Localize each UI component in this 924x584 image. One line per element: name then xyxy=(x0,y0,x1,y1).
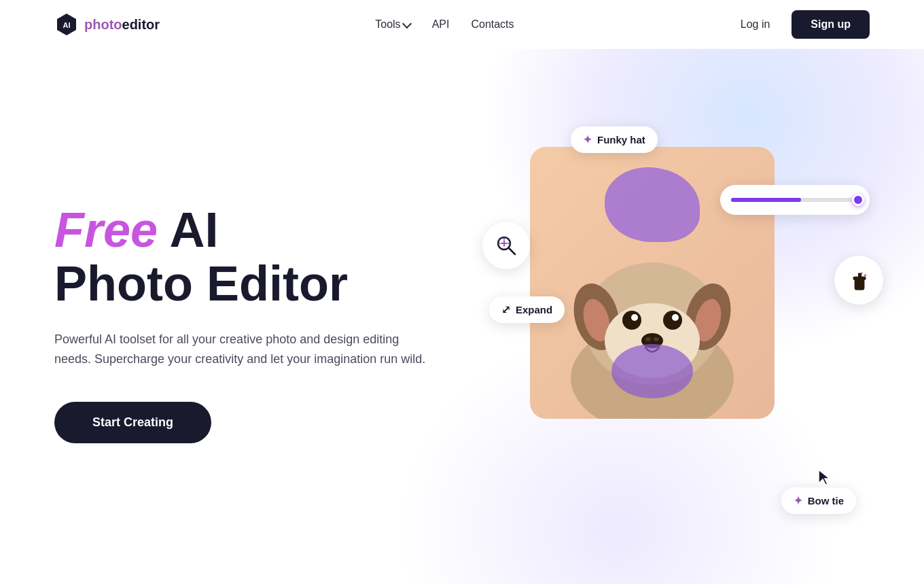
slider-thumb xyxy=(852,194,864,206)
start-creating-button[interactable]: Start Creating xyxy=(54,402,211,443)
nav-contacts[interactable]: Contacts xyxy=(471,18,514,31)
svg-point-11 xyxy=(631,314,638,321)
signup-button[interactable]: Sign up xyxy=(792,10,870,39)
nav-api[interactable]: API xyxy=(432,18,450,31)
hero-subtitle: Powerful AI toolset for all your creativ… xyxy=(54,330,435,369)
nav-tools[interactable]: Tools xyxy=(375,18,410,31)
svg-marker-28 xyxy=(819,470,830,485)
svg-rect-23 xyxy=(855,278,865,290)
wand-circle: ✦ ✦ xyxy=(834,256,883,305)
svg-point-9 xyxy=(622,311,641,330)
hero-title-free: Free xyxy=(54,203,158,257)
magic-wand-icon: ✦ ✦ xyxy=(846,267,872,293)
svg-text:✦: ✦ xyxy=(860,270,864,275)
navbar: AI photoeditor Tools API Contacts Log in… xyxy=(0,0,924,49)
blob-neck xyxy=(611,344,693,398)
logo[interactable]: AI photoeditor xyxy=(54,12,160,37)
cursor-icon xyxy=(817,468,832,490)
sparkle-icon: ✦ xyxy=(583,133,592,146)
sparkle-icon-2: ✦ xyxy=(794,494,802,507)
svg-text:✦: ✦ xyxy=(863,271,868,278)
svg-point-14 xyxy=(645,337,651,341)
slider-fill xyxy=(731,198,801,202)
svg-text:AI: AI xyxy=(63,21,71,29)
expand-icon: ⤢ xyxy=(501,303,510,316)
nav-links: Tools API Contacts xyxy=(375,18,514,31)
nav-auth: Log in Sign up xyxy=(730,10,870,39)
zoom-circle xyxy=(482,222,530,269)
chevron-down-icon xyxy=(402,18,412,28)
hero-left: Free AI Photo Editor Powerful AI toolset… xyxy=(54,203,448,443)
hero-illustration: ✦ Funky hat ⤢ xyxy=(476,120,870,528)
svg-point-10 xyxy=(663,311,682,330)
zoom-icon xyxy=(494,233,518,258)
logo-text: photoeditor xyxy=(84,17,160,33)
hero-section: Free AI Photo Editor Powerful AI toolset… xyxy=(0,49,924,584)
slider-track xyxy=(731,198,859,202)
svg-point-21 xyxy=(503,237,505,239)
hero-title-line2: Photo Editor xyxy=(54,256,348,311)
svg-point-12 xyxy=(672,314,679,321)
svg-line-17 xyxy=(509,248,515,254)
svg-point-20 xyxy=(499,242,501,244)
hero-title: Free AI Photo Editor xyxy=(54,203,448,311)
logo-icon: AI xyxy=(54,12,79,37)
hero-title-ai: AI xyxy=(158,203,218,257)
svg-point-15 xyxy=(654,337,659,341)
slider-bar[interactable] xyxy=(720,185,870,215)
badge-expand: ⤢ Expand xyxy=(489,296,565,323)
badge-funky-hat: ✦ Funky hat xyxy=(571,126,658,153)
login-button[interactable]: Log in xyxy=(730,13,781,36)
badge-bow-tie: ✦ Bow tie xyxy=(781,487,856,514)
svg-point-22 xyxy=(508,242,510,244)
cursor-svg xyxy=(817,468,832,486)
